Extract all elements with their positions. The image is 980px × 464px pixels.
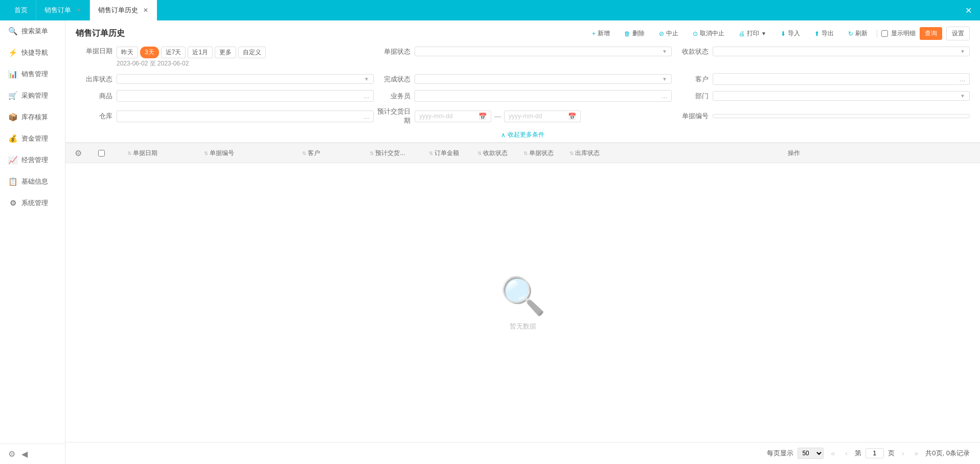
sort-icon-payment: ⇅ [477, 150, 482, 156]
sidebar-item-inventory[interactable]: 📦 库存核算 [0, 106, 65, 128]
toolbar: + 新增 🗑 删除 ⊘ 中止 ⊙ 取消中止 [587, 27, 970, 40]
next-page-button[interactable]: › [899, 448, 907, 458]
page-title-row: 销售订单历史 + 新增 🗑 删除 ⊘ 中止 ⊙ [76, 27, 970, 40]
last-page-button[interactable]: » [911, 448, 922, 458]
sidebar-collapse-icon[interactable]: ◀ [21, 449, 28, 459]
sidebar-bottom: ⚙ ◀ [0, 444, 65, 464]
sort-icon-docno: ⇅ [204, 150, 208, 156]
collapse-filter-row[interactable]: ∧ 收起更多条件 [76, 128, 970, 142]
filter-complete-status-group: 完成状态 ▼ [374, 74, 672, 84]
select-all-checkbox[interactable] [98, 150, 105, 157]
sidebar-item-basic-info[interactable]: 📋 基础信息 [0, 171, 65, 192]
total-info: 共0页, 0条记录 [925, 449, 970, 458]
refresh-button[interactable]: ↻ 刷新 [843, 27, 873, 40]
close-tab-sales-order[interactable]: ✕ [76, 7, 81, 14]
import-button[interactable]: ⬇ 导入 [776, 27, 805, 40]
complete-status-arrow-icon: ▼ [662, 76, 667, 82]
doc-status-select[interactable]: ▼ [415, 47, 672, 56]
refresh-icon: ↻ [848, 30, 853, 37]
sidebar-item-operations[interactable]: 📈 经营管理 [0, 149, 65, 171]
page-size-select[interactable]: 50 10 20 100 [797, 448, 824, 459]
query-button[interactable]: 查询 [920, 27, 942, 40]
window-close-button[interactable]: ✕ [963, 4, 974, 17]
cancel-stop-icon: ⊙ [693, 30, 698, 37]
sidebar: 🔍 搜索菜单 ⚡ 快捷导航 📊 销售管理 🛒 采购管理 📦 库存核算 💰 资金管… [0, 20, 65, 464]
date-btn-today[interactable]: 昨天 [117, 47, 138, 58]
th-amount: ⇅ 订单金额 [418, 149, 469, 158]
sort-icon-outstatus: ⇅ [569, 150, 574, 156]
empty-state: 🔍 暂无数据 [65, 163, 980, 442]
first-page-button[interactable]: « [828, 448, 838, 458]
display-detail-checkbox-label[interactable]: 显示明细 [881, 29, 916, 38]
sidebar-item-sales-mgmt[interactable]: 📊 销售管理 [0, 63, 65, 85]
payment-status-arrow-icon: ▼ [960, 49, 965, 54]
settings-button[interactable]: 设置 [946, 27, 970, 40]
sort-icon-delivery: ⇅ [370, 150, 374, 156]
sidebar-item-system-mgmt[interactable]: ⚙ 系统管理 [0, 192, 65, 214]
goods-input[interactable]: ... [117, 90, 374, 102]
th-customer: ⇅ 客户 [265, 149, 357, 158]
print-button[interactable]: 🖨 打印 ▼ [734, 27, 771, 40]
sales-mgmt-icon: 📊 [8, 70, 17, 79]
export-icon: ⬆ [814, 30, 819, 37]
customer-input[interactable]: ... [713, 73, 970, 85]
dept-select[interactable]: ▼ [713, 91, 970, 101]
sidebar-item-quick-nav[interactable]: ⚡ 快捷导航 [0, 42, 65, 63]
date-btn-1month[interactable]: 近1月 [188, 47, 213, 58]
filter-row-4: 仓库 ... 预计交货日期 yyyy-mm-dd 📅 — [76, 107, 970, 125]
date-btn-more[interactable]: 更多 [215, 47, 236, 58]
finance-icon: 💰 [8, 134, 17, 143]
filter-out-status-group: 出库状态 ▼ [76, 74, 374, 84]
delivery-date-label: 预计交货日期 [374, 107, 415, 125]
th-payment-status: ⇅ 收款状态 [469, 149, 515, 158]
calendar-to-icon: 📅 [568, 113, 576, 120]
goods-dots-icon: ... [363, 92, 369, 100]
prev-page-button[interactable]: ‹ [842, 448, 851, 458]
print-dropdown-icon: ▼ [761, 31, 766, 36]
current-page-input[interactable] [865, 448, 884, 458]
salesperson-label: 业务员 [374, 92, 415, 101]
tab-sales-history[interactable]: 销售订单历史 ✕ [90, 0, 157, 20]
cancel-stop-button[interactable]: ⊙ 取消中止 [688, 27, 730, 40]
date-btn-3days[interactable]: 3天 [140, 47, 159, 58]
filter-goods-group: 商品 ... [76, 90, 374, 102]
filter-row-3: 商品 ... 业务员 ... 部门 [76, 90, 970, 102]
salesperson-input[interactable]: ... [415, 90, 672, 102]
export-button[interactable]: ⬆ 导出 [809, 27, 839, 40]
sort-icon-date: ⇅ [127, 150, 131, 156]
date-btn-custom[interactable]: 自定义 [238, 47, 266, 58]
empty-illustration: 🔍 [500, 274, 546, 318]
sidebar-item-purchase-mgmt[interactable]: 🛒 采购管理 [0, 85, 65, 106]
tab-sales-order[interactable]: 销售订单 ✕ [36, 0, 90, 20]
pagination: 每页显示 50 10 20 100 « ‹ 第 页 › » 共0页, 0条记录 [65, 442, 980, 464]
date-filter-label: 单据日期 [76, 47, 117, 56]
out-status-select[interactable]: ▼ [117, 74, 374, 84]
sidebar-item-search-menu[interactable]: 🔍 搜索菜单 [0, 20, 65, 42]
tab-home[interactable]: 首页 [6, 0, 36, 20]
date-quick-buttons: 昨天 3天 近7天 近1月 更多 自定义 [117, 47, 266, 58]
add-button[interactable]: + 新增 [587, 27, 615, 40]
filter-dept-group: 部门 ▼ [672, 91, 970, 101]
warehouse-input[interactable]: ... [117, 111, 374, 122]
table-settings-gear[interactable]: ⚙ [71, 148, 86, 158]
date-btn-7days[interactable]: 近7天 [161, 47, 186, 58]
stop-button[interactable]: ⊘ 中止 [654, 27, 683, 40]
delete-button[interactable]: 🗑 删除 [619, 27, 650, 40]
sort-icon-docstatus: ⇅ [523, 150, 528, 156]
th-doc-no: ⇅ 单据编号 [173, 149, 265, 158]
sort-icon-customer: ⇅ [302, 150, 306, 156]
payment-status-select[interactable]: ▼ [713, 47, 970, 56]
doc-no-label: 单据编号 [672, 112, 713, 121]
th-delivery-date: ⇅ 预计交货... [357, 149, 418, 158]
main-layout: 🔍 搜索菜单 ⚡ 快捷导航 📊 销售管理 🛒 采购管理 📦 库存核算 💰 资金管… [0, 20, 980, 464]
display-detail-checkbox[interactable] [881, 30, 888, 37]
quick-nav-icon: ⚡ [8, 48, 17, 57]
doc-no-input[interactable] [713, 114, 970, 118]
complete-status-select[interactable]: ▼ [415, 74, 672, 84]
delivery-date-to-input[interactable]: yyyy-mm-dd 📅 [504, 111, 581, 122]
delivery-date-from-input[interactable]: yyyy-mm-dd 📅 [415, 111, 491, 122]
sidebar-item-finance[interactable]: 💰 资金管理 [0, 128, 65, 149]
sidebar-settings-icon[interactable]: ⚙ [8, 449, 15, 459]
import-icon: ⬇ [781, 30, 786, 37]
close-tab-sales-history[interactable]: ✕ [143, 7, 148, 14]
